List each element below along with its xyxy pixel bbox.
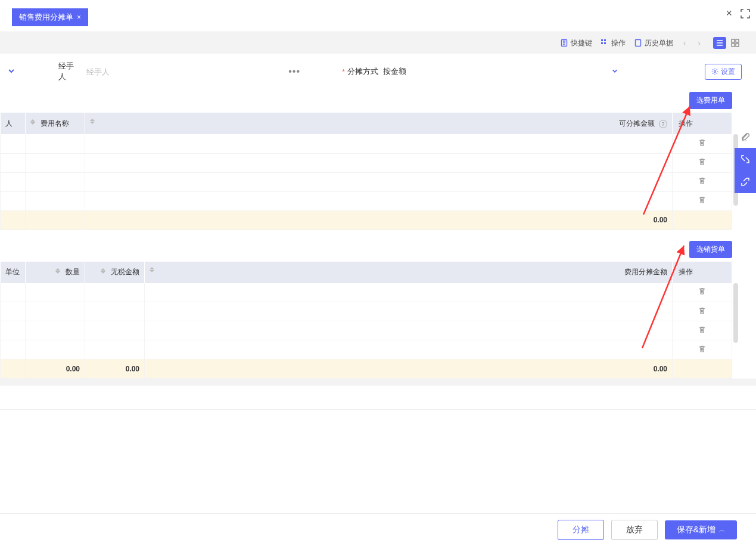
- prev-record-icon[interactable]: ‹: [682, 38, 688, 48]
- settings-label: 设置: [721, 67, 735, 77]
- footer-actions: 分摊 放弃 保存&新增 ︿: [0, 513, 756, 546]
- th-operations: 操作: [673, 113, 732, 134]
- document-icon: [634, 39, 642, 47]
- svg-rect-6: [732, 39, 735, 42]
- clipboard-icon: [560, 39, 568, 47]
- card-view-button[interactable]: [729, 37, 742, 49]
- th-expense-name[interactable]: 费用名称: [26, 113, 85, 134]
- total-row: 0.00: [1, 210, 732, 229]
- shortcut-button[interactable]: 快捷键: [560, 38, 592, 48]
- table-row[interactable]: [1, 283, 732, 302]
- actions-button[interactable]: 操作: [601, 38, 626, 48]
- divider-bar: [0, 379, 756, 386]
- trash-icon[interactable]: [698, 287, 707, 296]
- table-row[interactable]: [1, 134, 732, 153]
- close-icon[interactable]: ×: [726, 7, 732, 20]
- chevron-up-icon: ︿: [719, 526, 725, 534]
- help-icon[interactable]: ?: [659, 120, 667, 128]
- select-expense-button[interactable]: 选费用单: [689, 92, 732, 109]
- th-allocatable-amount[interactable]: 可分摊金额 ?: [85, 113, 673, 134]
- th-exclude-tax[interactable]: 无税金额: [85, 262, 145, 283]
- table-row[interactable]: [1, 302, 732, 321]
- svg-rect-5: [635, 40, 640, 46]
- grid-icon: [601, 39, 609, 47]
- th-operations: 操作: [673, 262, 732, 283]
- table-row[interactable]: [1, 153, 732, 172]
- table-header-row: 人 费用名称 可分摊金额 ? 操作: [1, 113, 732, 134]
- shortcut-label: 快捷键: [571, 38, 592, 48]
- select-sales-button[interactable]: 选销货单: [689, 241, 732, 258]
- method-value: 按金额: [383, 66, 406, 77]
- handler-field[interactable]: 经手人 •••: [23, 61, 309, 82]
- notax-total: 0.00: [85, 359, 145, 379]
- gear-icon: [711, 68, 718, 75]
- scrollbar[interactable]: [733, 283, 738, 343]
- table-header-row: 单位 数量 无税金额 费用分摊金额 操作: [1, 262, 732, 283]
- svg-rect-7: [736, 39, 739, 42]
- header-right-controls: ×: [726, 7, 750, 20]
- divider-line: [0, 410, 756, 410]
- tab-sales-expense-allocation[interactable]: 销售费用分摊单 ×: [12, 8, 88, 26]
- svg-rect-3: [601, 42, 603, 44]
- trash-icon[interactable]: [698, 139, 707, 147]
- trash-icon[interactable]: [698, 345, 707, 353]
- fullscreen-icon[interactable]: [741, 9, 750, 18]
- table-row[interactable]: [1, 172, 732, 191]
- view-toggle: [713, 37, 742, 49]
- trash-icon[interactable]: [698, 177, 707, 185]
- allocate-button[interactable]: 分摊: [558, 520, 604, 540]
- table-row[interactable]: [1, 191, 732, 210]
- expense-table: 人 费用名称 可分摊金额 ? 操作 0.00: [0, 113, 732, 230]
- sort-icon[interactable]: [30, 119, 36, 128]
- right-float-toolbar: [735, 125, 756, 193]
- svg-rect-1: [601, 39, 603, 41]
- method-field[interactable]: * 分摊方式 按金额: [342, 66, 628, 77]
- history-label: 历史单据: [645, 38, 673, 48]
- list-view-button[interactable]: [713, 37, 726, 49]
- more-icon[interactable]: •••: [288, 66, 309, 77]
- attachment-button[interactable]: [735, 125, 756, 148]
- sales-select-row: 选销货单: [0, 237, 756, 262]
- actions-label: 操作: [611, 38, 626, 48]
- svg-rect-8: [732, 44, 735, 46]
- chevron-down-icon[interactable]: [611, 67, 618, 76]
- trash-icon[interactable]: [698, 307, 707, 315]
- settings-button[interactable]: 设置: [705, 64, 742, 80]
- table-row[interactable]: [1, 321, 732, 340]
- sales-table: 单位 数量 无税金额 费用分摊金额 操作: [0, 262, 732, 379]
- sort-icon[interactable]: [101, 268, 107, 277]
- handler-label: 经手人: [58, 61, 82, 82]
- th-partial[interactable]: 人: [1, 113, 26, 134]
- required-star-icon: *: [342, 67, 345, 76]
- table-row[interactable]: [1, 340, 732, 359]
- history-button[interactable]: 历史单据: [634, 38, 673, 48]
- trash-icon[interactable]: [698, 196, 707, 204]
- handler-input[interactable]: [86, 67, 288, 76]
- svg-rect-9: [736, 44, 739, 46]
- notes-area[interactable]: [0, 386, 756, 410]
- chevron-down-icon[interactable]: [0, 67, 23, 77]
- trash-icon[interactable]: [698, 326, 707, 334]
- tab-title: 销售费用分摊单: [19, 12, 73, 23]
- method-label: 分摊方式: [347, 66, 378, 77]
- sort-icon[interactable]: [90, 119, 96, 127]
- close-icon[interactable]: ×: [77, 13, 81, 21]
- svg-rect-2: [604, 39, 606, 41]
- trash-icon[interactable]: [698, 158, 707, 166]
- sort-icon[interactable]: [150, 267, 155, 275]
- th-alloc-amount[interactable]: 费用分摊金额: [145, 262, 673, 283]
- th-qty[interactable]: 数量: [26, 262, 85, 283]
- alloc-total: 0.00: [145, 359, 673, 379]
- save-and-new-button[interactable]: 保存&新增 ︿: [665, 520, 737, 539]
- svg-rect-4: [604, 42, 606, 44]
- th-unit[interactable]: 单位: [1, 262, 26, 283]
- discard-button[interactable]: 放弃: [611, 520, 658, 540]
- next-record-icon[interactable]: ›: [696, 38, 702, 48]
- expense-select-row: 选费用单: [0, 88, 756, 113]
- expand-in-button[interactable]: [735, 170, 756, 193]
- expand-out-button[interactable]: [735, 148, 756, 170]
- sort-icon[interactable]: [55, 268, 61, 277]
- svg-point-10: [714, 71, 716, 73]
- expense-table-wrap: 人 费用名称 可分摊金额 ? 操作 0.00: [0, 113, 756, 230]
- qty-total: 0.00: [26, 359, 85, 379]
